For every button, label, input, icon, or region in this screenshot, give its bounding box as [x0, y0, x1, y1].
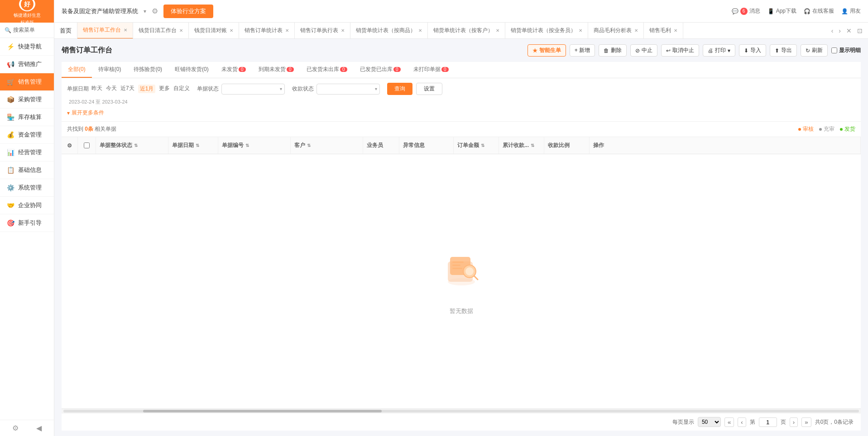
svg-rect-8 — [452, 261, 464, 263]
sidebar-nav-item-finance[interactable]: 💰 资金管理 — [0, 126, 54, 144]
collapse-btn[interactable]: ◀ — [36, 424, 42, 432]
tab-close-btn[interactable]: ✕ — [179, 28, 183, 33]
sort-status-icon[interactable]: ⇅ — [134, 143, 138, 148]
review-action-btn[interactable]: 审核 — [798, 125, 814, 133]
sort-customer-icon[interactable]: ⇅ — [307, 143, 311, 148]
user-item[interactable]: 👤 用友 — [841, 7, 861, 15]
date-opt-7days[interactable]: 近7天 — [120, 85, 134, 93]
tab-close-btn[interactable]: ✕ — [674, 28, 677, 33]
date-opt-custom[interactable]: 自定义 — [173, 85, 190, 93]
status-select[interactable] — [221, 84, 285, 95]
tab-sales-workbench[interactable]: 销售订单工作台 ✕ — [77, 23, 133, 39]
settings-bottom-btn[interactable]: ⚙ — [12, 424, 19, 432]
tab-nav-next[interactable]: › — [837, 26, 843, 35]
sidebar-nav-item-basic-info[interactable]: 📋 基础信息 — [0, 161, 54, 179]
import-btn[interactable]: ⬇ 导入 — [739, 44, 766, 57]
sub-tab-shipped-out[interactable]: 已发货已出库0 — [354, 62, 407, 78]
sub-tab-all[interactable]: 全部(0) — [62, 62, 92, 78]
settings-filter-btn[interactable]: 设置 — [416, 83, 442, 95]
sidebar-item-label: 采购管理 — [18, 95, 42, 104]
tab-expand[interactable]: ⊡ — [855, 26, 864, 35]
tab-sales-stats[interactable]: 销售订单统计表 ✕ — [239, 23, 295, 39]
first-page-btn[interactable]: « — [724, 417, 734, 427]
tab-cash-reconcile[interactable]: 钱货日清对账 ✕ — [189, 23, 239, 39]
tab-close-btn[interactable]: ✕ — [124, 28, 127, 33]
tab-sales-summary-staff[interactable]: 销货单统计表（按业务员） ✕ — [505, 23, 588, 39]
query-btn[interactable]: 查询 — [387, 83, 412, 95]
date-opt-yesterday[interactable]: 昨天 — [91, 85, 102, 93]
sidebar-nav-item-quick-nav[interactable]: ⚡ 快捷导航 — [0, 38, 54, 56]
sidebar-nav-item-marketing[interactable]: 📢 营销推广 — [0, 56, 54, 73]
sidebar-nav-item-inventory[interactable]: 🏪 库存核算 — [0, 109, 54, 126]
export-btn[interactable]: ⬆ 导出 — [770, 44, 797, 57]
refresh-btn[interactable]: ↻ 刷新 — [801, 44, 828, 57]
page-number-input[interactable] — [759, 417, 777, 427]
ship-action-btn[interactable]: 发货 — [840, 125, 855, 133]
search-menu[interactable]: 🔍 搜索菜单 — [0, 23, 54, 38]
sidebar-nav-item-sales[interactable]: 🛒 销售管理 — [0, 73, 54, 91]
suspend-btn[interactable]: ⊘ 中止 — [630, 44, 657, 57]
add-btn[interactable]: + 新增 — [570, 44, 595, 57]
last-page-btn[interactable]: » — [801, 417, 811, 427]
smart-generate-btn[interactable]: ★ 智能生单 — [528, 44, 566, 57]
tab-close-btn[interactable]: ✕ — [634, 28, 638, 33]
tab-close-btn[interactable]: ✕ — [230, 28, 233, 33]
page-size-select[interactable]: 50 100 200 — [698, 417, 721, 427]
tab-close-all[interactable]: ✕ — [844, 26, 854, 35]
tab-nav-prev[interactable]: ‹ — [830, 26, 835, 35]
sort-date-icon[interactable]: ⇅ — [196, 143, 199, 148]
sub-tab-shipped-not-out[interactable]: 已发货未出库0 — [300, 62, 354, 78]
tab-cash-daily[interactable]: 钱货日清工作台 ✕ — [133, 23, 189, 39]
sort-number-icon[interactable]: ⇅ — [245, 143, 249, 148]
th-settings[interactable]: ⚙ — [62, 137, 78, 154]
online-service-item[interactable]: 🎧 在线客服 — [804, 7, 834, 15]
sub-tab-pending-inspect[interactable]: 待拣验货(0) — [127, 62, 168, 78]
tab-sales-summary-product[interactable]: 销货单统计表（按商品） ✕ — [350, 23, 428, 39]
tab-close-btn[interactable]: ✕ — [341, 28, 345, 33]
sub-tab-overdue[interactable]: 到期未发货0 — [252, 62, 300, 78]
tab-sales-profit[interactable]: 销售毛利 ✕ — [644, 23, 683, 39]
topbar-settings-icon[interactable]: ⚙ — [152, 7, 158, 15]
tab-gross-margin[interactable]: 商品毛利分析表 ✕ — [588, 23, 644, 39]
tab-close-btn[interactable]: ✕ — [496, 28, 499, 33]
sort-amount-icon[interactable]: ⇅ — [481, 143, 484, 148]
tab-close-btn[interactable]: ✕ — [285, 28, 289, 33]
payment-select[interactable] — [317, 84, 380, 95]
sidebar-nav-item-enterprise[interactable]: 🤝 企业协同 — [0, 197, 54, 214]
scrollbar-area[interactable] — [62, 408, 861, 413]
app-download-item[interactable]: 📱 App下载 — [767, 7, 796, 15]
print-dropdown-icon[interactable]: ▾ — [728, 47, 730, 54]
tab-close-btn[interactable]: ✕ — [579, 28, 582, 33]
print-btn[interactable]: 🖨 打印 ▾ — [703, 44, 735, 57]
sub-tab-wangpu[interactable]: 旺铺待发货(0) — [168, 62, 215, 78]
sort-cumulative-icon[interactable]: ⇅ — [531, 143, 534, 148]
tab-sales-exec[interactable]: 销售订单执行表 ✕ — [295, 23, 350, 39]
sidebar-nav-item-sys-mgmt[interactable]: ⚙️ 系统管理 — [0, 179, 54, 197]
sub-tab-pending-review[interactable]: 待审核(0) — [92, 62, 128, 78]
delete-btn[interactable]: 🗑 删除 — [599, 44, 627, 57]
sidebar-nav-item-guide[interactable]: 🎯 新手引导 — [0, 214, 54, 232]
sub-tab-not-shipped[interactable]: 未发货0 — [215, 62, 252, 78]
th-check[interactable] — [78, 137, 96, 154]
sidebar-nav-item-operations[interactable]: 📊 经营管理 — [0, 144, 54, 161]
sub-tab-not-printed[interactable]: 未打印单据0 — [407, 62, 455, 78]
date-opt-more[interactable]: 更多 — [159, 85, 170, 93]
scrollbar-track[interactable] — [63, 410, 859, 412]
tab-close-btn[interactable]: ✕ — [418, 28, 422, 33]
show-detail-checkbox[interactable] — [831, 47, 837, 53]
sidebar-nav-item-purchase[interactable]: 📦 采购管理 — [0, 91, 54, 109]
industry-btn[interactable]: 体验行业方案 — [163, 5, 213, 18]
cancel-suspend-btn[interactable]: ↩ 取消中止 — [661, 44, 699, 57]
show-detail-label[interactable]: 显示明细 — [831, 47, 861, 54]
scrollbar-thumb[interactable] — [143, 410, 382, 412]
date-opt-1month[interactable]: 近1月 — [138, 85, 156, 93]
tab-home[interactable]: 首页 — [54, 23, 77, 39]
date-opt-today[interactable]: 今天 — [106, 85, 117, 93]
next-page-btn[interactable]: › — [790, 417, 798, 427]
prev-page-btn[interactable]: ‹ — [738, 417, 746, 427]
message-item[interactable]: 💬 6 消息 — [732, 7, 760, 15]
expand-filter-btn[interactable]: ▾ 展开更多条件 — [67, 109, 855, 117]
select-all-checkbox[interactable] — [84, 142, 90, 148]
tab-sales-summary-customer[interactable]: 销货单统计表（按客户） ✕ — [428, 23, 505, 39]
cancel-review-action-btn[interactable]: 充审 — [819, 125, 834, 133]
